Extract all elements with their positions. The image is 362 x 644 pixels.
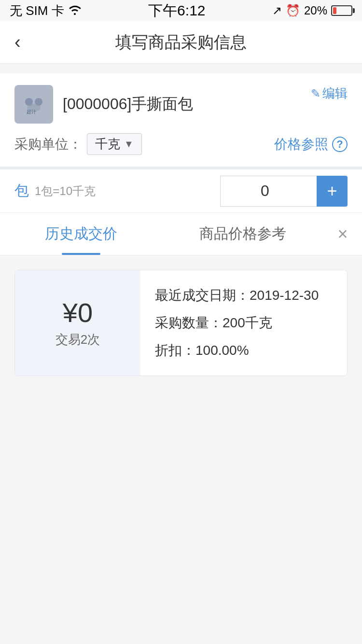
quantity-label: 采购数量：	[155, 315, 223, 330]
recent-date-label: 最近成交日期：	[155, 288, 250, 303]
status-right: ↗ ⏰ 20%	[272, 4, 352, 17]
discount-value: 100.00%	[195, 343, 249, 358]
quantity-input[interactable]	[220, 176, 317, 207]
battery-icon	[331, 5, 352, 16]
tab-history-price[interactable]: 历史成交价	[0, 213, 162, 255]
tab-price-reference[interactable]: 商品价格参考	[162, 213, 323, 255]
history-recent-date-row: 最近成交日期：2019-12-30	[155, 285, 333, 307]
history-price-panel: ¥0 交易2次	[15, 270, 140, 376]
product-header: 超计 [0000006]手撕面包 ✎ 编辑	[14, 85, 348, 124]
main-content: ¥0 交易2次 最近成交日期：2019-12-30 采购数量：200千克 折扣：…	[0, 255, 362, 593]
quantity-row: 包 1包=10千克 +	[0, 169, 362, 213]
price-currency-symbol: ¥	[63, 297, 78, 328]
edit-icon: ✎	[311, 87, 320, 100]
plus-icon: +	[327, 182, 337, 200]
history-discount-row: 折扣：100.00%	[155, 340, 333, 362]
product-card: 超计 [0000006]手撕面包 ✎ 编辑 采购单位： 千克 ▼ 价格参照 ?	[0, 73, 362, 167]
history-details-panel: 最近成交日期：2019-12-30 采购数量：200千克 折扣：100.00%	[140, 270, 347, 376]
product-thumbnail: 超计	[14, 85, 53, 124]
price-reference-button[interactable]: 价格参照 ?	[274, 135, 348, 154]
discount-label: 折扣：	[155, 343, 195, 358]
tab-history-label: 历史成交价	[45, 224, 117, 244]
svg-text:超计: 超计	[27, 109, 36, 114]
close-icon: ×	[337, 224, 348, 244]
unit-value: 千克	[95, 136, 120, 153]
page-title: 填写商品采购信息	[115, 31, 247, 54]
recent-date-value: 2019-12-30	[250, 288, 319, 303]
location-icon: ↗	[272, 4, 282, 17]
quantity-unit-badge: 包	[14, 181, 29, 201]
back-button[interactable]: ‹	[14, 27, 26, 57]
product-name: [0000006]手撕面包	[63, 94, 193, 115]
tab-price-label: 商品价格参考	[199, 224, 286, 244]
info-icon: ?	[332, 137, 348, 152]
quantity-plus-button[interactable]: +	[317, 176, 348, 207]
edit-label: 编辑	[322, 85, 348, 102]
carrier-text: 无 SIM 卡	[10, 2, 64, 19]
tab-active-indicator	[62, 253, 100, 255]
quantity-conversion-text: 1包=10千克	[35, 183, 96, 199]
history-quantity-row: 采购数量：200千克	[155, 312, 333, 334]
alarm-icon: ⏰	[286, 4, 300, 17]
battery-percent: 20%	[304, 4, 327, 17]
quantity-value: 200千克	[223, 315, 272, 330]
product-left: 超计 [0000006]手撕面包	[14, 85, 193, 124]
quantity-control: +	[220, 176, 348, 207]
tab-close-button[interactable]: ×	[323, 224, 362, 244]
status-time: 下午6:12	[148, 1, 205, 21]
history-section: ¥0 交易2次 最近成交日期：2019-12-30 采购数量：200千克 折扣：…	[0, 255, 362, 391]
status-left: 无 SIM 卡	[10, 2, 82, 19]
nav-bar: ‹ 填写商品采购信息	[0, 21, 362, 64]
history-card: ¥0 交易2次 最近成交日期：2019-12-30 采购数量：200千克 折扣：…	[14, 270, 348, 376]
wifi-icon	[68, 3, 82, 18]
price-ref-label: 价格参照	[274, 135, 328, 154]
product-unit-row: 采购单位： 千克 ▼ 价格参照 ?	[14, 133, 348, 155]
unit-label: 采购单位：	[14, 135, 82, 154]
status-bar: 无 SIM 卡 下午6:12 ↗ ⏰ 20%	[0, 0, 362, 21]
history-price-display: ¥0	[63, 298, 93, 328]
quantity-unit-info: 包 1包=10千克	[14, 181, 96, 201]
edit-button[interactable]: ✎ 编辑	[311, 85, 348, 102]
dropdown-arrow-icon: ▼	[124, 139, 134, 150]
price-value: 0	[78, 297, 93, 328]
history-transactions-count: 交易2次	[56, 331, 100, 348]
tab-row: 历史成交价 商品价格参考 ×	[0, 213, 362, 255]
unit-select-dropdown[interactable]: 千克 ▼	[87, 133, 142, 155]
